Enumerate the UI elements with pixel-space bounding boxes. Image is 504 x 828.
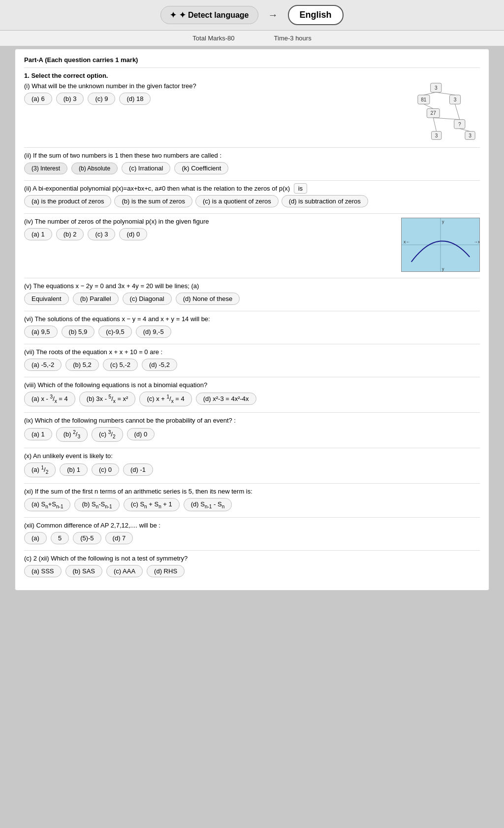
- question-1ix: (ix) Which of the following numbers cann…: [24, 417, 480, 442]
- option-d[interactable]: (d) 7: [105, 532, 133, 544]
- q1viii-text: (viii) Which of the following equations …: [24, 381, 480, 389]
- arrow-icon: →: [268, 9, 278, 21]
- question-1i: (i) What will be the unknown number in t…: [24, 82, 480, 141]
- option-b[interactable]: (b) 5,2: [65, 359, 99, 371]
- option-b[interactable]: (b) Sn-Sn-1: [74, 498, 119, 512]
- svg-text:→x: →x: [473, 239, 479, 244]
- q1x-options: (a) 1/2 (b) 1 (c) 0 (d) -1: [24, 463, 480, 477]
- svg-text:3: 3: [435, 133, 438, 138]
- option-d[interactable]: (d) -1: [123, 464, 153, 476]
- option-c[interactable]: (c) 3/2: [92, 427, 123, 442]
- svg-line-16: [424, 104, 433, 108]
- q1i-options: (a) 6 (b) 3 (c) 9 (d) 18: [24, 93, 401, 105]
- detect-label: ✦ Detect language: [179, 10, 249, 20]
- option-a[interactable]: (a) 1: [24, 428, 52, 440]
- option-b[interactable]: (b) 2: [56, 228, 84, 240]
- q1i-text: (i) What will be the unknown number in t…: [24, 82, 401, 90]
- svg-line-19: [433, 118, 460, 120]
- option-d[interactable]: (d) None of these: [176, 293, 240, 305]
- q1iv-options: (a) 1 (b) 2 (c) 3 (d) 0: [24, 228, 396, 240]
- q1vi-text: (vi) The solutions of the equations x − …: [24, 315, 480, 323]
- option-c[interactable]: (c) 9: [88, 93, 115, 105]
- option-b[interactable]: (b) 3: [56, 93, 84, 105]
- option-d[interactable]: (d) -5,2: [142, 359, 177, 371]
- total-marks: Total Marks-80: [192, 34, 234, 42]
- svg-text:x←: x←: [404, 239, 410, 244]
- svg-text:81: 81: [421, 97, 427, 102]
- option-b[interactable]: (b) 1: [60, 464, 88, 476]
- option-a[interactable]: (a) 9,5: [24, 326, 58, 338]
- option-b[interactable]: (b) Parallel: [73, 293, 119, 305]
- question-1vi: (vi) The solutions of the equations x − …: [24, 315, 480, 338]
- option-d[interactable]: (d) RHS: [147, 565, 185, 577]
- option-b[interactable]: 5: [51, 532, 69, 544]
- option-b[interactable]: (b) 3x - 5/x = x²: [79, 392, 136, 406]
- option-a[interactable]: (a) SSS: [24, 565, 62, 577]
- option-b[interactable]: (b) SAS: [65, 565, 103, 577]
- option-c[interactable]: (c) 3: [88, 228, 115, 240]
- option-c[interactable]: (c) x + 1/x = 4: [139, 392, 191, 406]
- option-c[interactable]: (c) 5,-2: [103, 359, 138, 371]
- option-a[interactable]: (a) Sn+Sn-1: [24, 498, 70, 512]
- option-a[interactable]: (a) x - 3/x = 4: [24, 392, 75, 406]
- option-a[interactable]: (a) -5,-2: [24, 359, 62, 371]
- q1iii-text: (ii) A bi-exponential polynomial p(x)=ax…: [24, 185, 480, 192]
- polynomial-graph: x← →x y y: [401, 218, 480, 272]
- option-c[interactable]: (c) is a quotient of zeros: [195, 195, 279, 207]
- detect-language-button[interactable]: ✦ ✦ Detect language: [160, 6, 258, 24]
- option-d[interactable]: (d) 18: [119, 93, 151, 105]
- question-1xi: (xi) If the sum of the first n terms of …: [24, 488, 480, 512]
- q1v-text: (v) The equations x − 2y = 0 and 3x + 4y…: [24, 282, 480, 290]
- option-c[interactable]: (c) 0: [92, 464, 119, 476]
- option-b[interactable]: (b) 5,9: [62, 326, 95, 338]
- q1ix-options: (a) 1 (b) 2/3 (c) 3/2 (d) 0: [24, 427, 480, 442]
- question-1vii: (vii) The roots of the equation x + x + …: [24, 348, 480, 371]
- option-a[interactable]: (a) 1: [24, 228, 52, 240]
- option-b[interactable]: (b) Absolute: [71, 163, 118, 174]
- meta-row: Total Marks-80 Time-3 hours: [0, 31, 504, 46]
- question-1x: (x) An unlikely event is likely to: (a) …: [24, 452, 480, 477]
- option-c[interactable]: (c) Diagonal: [123, 293, 172, 305]
- q1viii-options: (a) x - 3/x = 4 (b) 3x - 5/x = x² (c) x …: [24, 392, 480, 406]
- content-area: Part-A (Each question carries 1 mark) 1.…: [15, 49, 489, 591]
- option-d[interactable]: (d) 9,-5: [136, 326, 171, 338]
- option-a[interactable]: (a) is the product of zeros: [24, 195, 111, 207]
- option-d[interactable]: (d) Sn-1 - Sn: [184, 498, 232, 512]
- svg-text:27: 27: [431, 110, 437, 116]
- english-button[interactable]: English: [288, 5, 344, 25]
- q1x-text: (x) An unlikely event is likely to:: [24, 452, 480, 460]
- question-1: 1. Select the correct option. (i) What w…: [24, 72, 480, 577]
- q1xi-text: (xi) If the sum of the first n terms of …: [24, 488, 480, 495]
- q1vii-text: (vii) The roots of the equation x + x + …: [24, 348, 480, 356]
- question-1iv: (iv) The number of zeros of the polynomi…: [24, 218, 480, 272]
- option-c[interactable]: (c) Sn + Sn + 1: [124, 498, 180, 512]
- svg-text:y: y: [442, 266, 444, 271]
- q1ix-text: (ix) Which of the following numbers cann…: [24, 417, 480, 424]
- option-d[interactable]: (d) 0: [119, 228, 147, 240]
- option-c[interactable]: (c) AAA: [106, 565, 143, 577]
- option-d[interactable]: (d) x²-3 = 4x²-4x: [196, 393, 256, 405]
- option-d[interactable]: (d) 0: [127, 428, 155, 440]
- option-a[interactable]: (a) 1/2: [24, 463, 56, 477]
- option-d[interactable]: (k) Coefficient: [174, 162, 228, 174]
- q1xii-text: (xii) Common difference of AP 2,7,12,...…: [24, 522, 480, 529]
- option-a[interactable]: (a) 6: [24, 93, 52, 105]
- q1xiii-options: (a) SSS (b) SAS (c) AAA (d) RHS: [24, 565, 480, 577]
- option-b[interactable]: (b) 2/3: [56, 427, 88, 442]
- option-a[interactable]: Equivalent: [24, 293, 69, 305]
- svg-text:3: 3: [469, 133, 472, 138]
- option-a[interactable]: (a): [24, 532, 47, 544]
- svg-line-17: [455, 104, 460, 119]
- option-c[interactable]: (c) Irrational: [122, 162, 170, 174]
- option-d[interactable]: (d) is subtraction of zeros: [282, 195, 368, 207]
- svg-line-18: [433, 118, 436, 132]
- option-c[interactable]: (c)-9,5: [98, 326, 132, 338]
- option-b[interactable]: (b) is the sum of zeros: [114, 195, 192, 207]
- svg-line-20: [460, 129, 470, 132]
- q1-text: 1. Select the correct option.: [24, 72, 480, 79]
- option-c[interactable]: (5)-5: [73, 532, 101, 544]
- q1xi-options: (a) Sn+Sn-1 (b) Sn-Sn-1 (c) Sn + Sn + 1 …: [24, 498, 480, 512]
- option-a[interactable]: (3) Interest: [24, 163, 67, 174]
- svg-text:3: 3: [454, 97, 457, 102]
- top-bar: ✦ ✦ Detect language → English: [0, 0, 504, 31]
